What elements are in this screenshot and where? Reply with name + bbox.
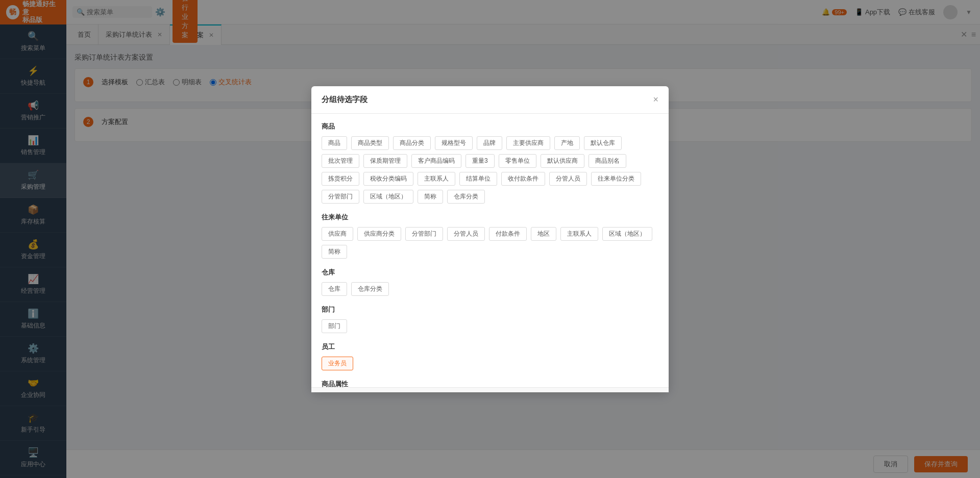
field-section-3: 部门部门: [322, 305, 658, 333]
field-tag-0-17[interactable]: 主联系人: [418, 172, 455, 186]
modal-title: 分组待选字段: [322, 95, 368, 105]
modal-body[interactable]: 商品商品商品类型商品分类规格型号品牌主要供应商产地默认仓库批次管理保质期管理客户…: [311, 114, 669, 387]
field-tag-0-3[interactable]: 规格型号: [435, 136, 473, 150]
field-tag-2-0[interactable]: 仓库: [322, 282, 347, 296]
field-tag-1-4[interactable]: 付款条件: [489, 227, 527, 241]
field-tag-4-0[interactable]: 业务员: [322, 357, 353, 370]
section-title-5: 商品属性: [322, 380, 658, 387]
field-tag-0-15[interactable]: 拣货积分: [322, 172, 359, 186]
field-tag-0-19[interactable]: 收付款条件: [501, 172, 545, 186]
field-tag-0-13[interactable]: 默认供应商: [541, 154, 584, 168]
modal: 分组待选字段 × 商品商品商品类型商品分类规格型号品牌主要供应商产地默认仓库批次…: [311, 86, 669, 392]
section-title-4: 员工: [322, 342, 658, 351]
field-tags-3: 部门: [322, 319, 658, 333]
field-tag-0-22[interactable]: 分管部门: [322, 190, 359, 204]
field-tag-0-6[interactable]: 产地: [554, 136, 580, 150]
modal-scroll-bottom: [311, 387, 669, 392]
field-tag-1-0[interactable]: 供应商: [322, 227, 353, 241]
field-tag-1-6[interactable]: 主联系人: [560, 227, 598, 241]
field-tags-1: 供应商供应商分类分管部门分管人员付款条件地区主联系人区域（地区）简称: [322, 227, 658, 259]
field-tag-0-9[interactable]: 保质期管理: [363, 154, 407, 168]
field-tag-0-8[interactable]: 批次管理: [322, 154, 359, 168]
field-tag-0-2[interactable]: 商品分类: [393, 136, 431, 150]
field-section-4: 员工业务员: [322, 342, 658, 370]
field-tag-0-11[interactable]: 重量3: [465, 154, 495, 168]
field-tag-1-1[interactable]: 供应商分类: [357, 227, 401, 241]
section-title-2: 仓库: [322, 268, 658, 277]
field-tag-0-23[interactable]: 区域（地区）: [363, 190, 413, 204]
field-tag-3-0[interactable]: 部门: [322, 319, 347, 333]
field-tag-0-7[interactable]: 默认仓库: [584, 136, 622, 150]
field-tag-1-5[interactable]: 地区: [531, 227, 556, 241]
field-tag-0-25[interactable]: 仓库分类: [447, 190, 485, 204]
field-tag-0-4[interactable]: 品牌: [477, 136, 502, 150]
field-section-0: 商品商品商品类型商品分类规格型号品牌主要供应商产地默认仓库批次管理保质期管理客户…: [322, 122, 658, 204]
field-tags-4: 业务员: [322, 357, 658, 370]
field-tag-0-24[interactable]: 简称: [418, 190, 443, 204]
field-tag-0-0[interactable]: 商品: [322, 136, 347, 150]
field-tag-1-2[interactable]: 分管部门: [405, 227, 443, 241]
modal-close-button[interactable]: ×: [653, 94, 658, 105]
field-tag-2-1[interactable]: 仓库分类: [351, 282, 389, 296]
field-tag-0-10[interactable]: 客户商品编码: [411, 154, 461, 168]
field-section-1: 往来单位供应商供应商分类分管部门分管人员付款条件地区主联系人区域（地区）简称: [322, 213, 658, 259]
field-tag-0-12[interactable]: 零售单位: [499, 154, 536, 168]
field-tag-0-1[interactable]: 商品类型: [351, 136, 389, 150]
field-tag-0-18[interactable]: 结算单位: [459, 172, 497, 186]
section-title-0: 商品: [322, 122, 658, 131]
field-section-2: 仓库仓库仓库分类: [322, 268, 658, 296]
field-tag-0-5[interactable]: 主要供应商: [506, 136, 550, 150]
field-tag-0-21[interactable]: 往来单位分类: [591, 172, 641, 186]
section-title-1: 往来单位: [322, 213, 658, 222]
field-tag-0-16[interactable]: 税收分类编码: [363, 172, 413, 186]
field-tag-1-3[interactable]: 分管人员: [447, 227, 485, 241]
field-section-5: 商品属性属性颜色多规格尺码鞋码1: [322, 380, 658, 387]
field-tag-0-14[interactable]: 商品别名: [589, 154, 626, 168]
modal-header: 分组待选字段 ×: [311, 86, 669, 114]
section-title-3: 部门: [322, 305, 658, 314]
field-tags-0: 商品商品类型商品分类规格型号品牌主要供应商产地默认仓库批次管理保质期管理客户商品…: [322, 136, 658, 204]
field-tags-2: 仓库仓库分类: [322, 282, 658, 296]
field-tag-1-7[interactable]: 区域（地区）: [602, 227, 652, 241]
modal-overlay: 分组待选字段 × 商品商品商品类型商品分类规格型号品牌主要供应商产地默认仓库批次…: [0, 0, 980, 478]
field-tag-0-20[interactable]: 分管人员: [549, 172, 587, 186]
field-tag-1-8[interactable]: 简称: [322, 245, 347, 259]
